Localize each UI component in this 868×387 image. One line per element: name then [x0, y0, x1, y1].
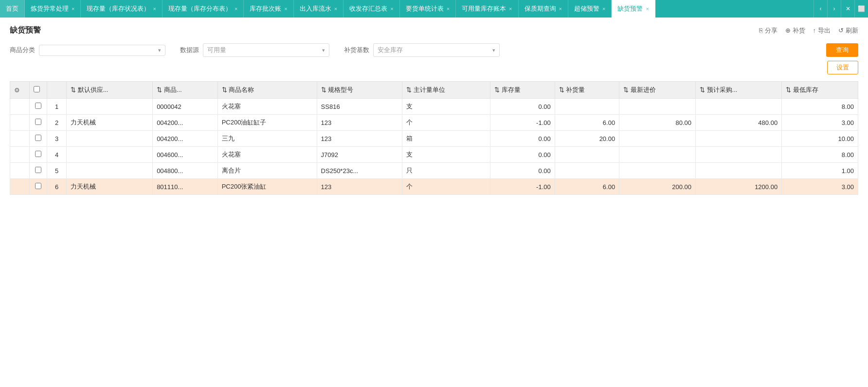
tab-receipt-summary[interactable]: 收发存汇总表 ×	[344, 0, 399, 18]
row-product-name-5: PC200张紧油缸	[217, 179, 317, 195]
row-checkbox-cell-0[interactable]	[30, 99, 47, 115]
table-row: 3 004200... 三九 123 箱 0.00 20.00 10.00	[10, 131, 858, 147]
tab-next-btn[interactable]: ›	[827, 0, 841, 18]
row-supplier-3	[67, 147, 153, 163]
page-title: 缺货预警	[10, 25, 41, 35]
tab-close-batch-account[interactable]: ×	[284, 6, 287, 12]
table-row: 2 力天机械 004200... PC200油缸缸子 123 个 -1.00 6…	[10, 115, 858, 131]
tab-home[interactable]: 首页	[0, 0, 25, 18]
export-icon: ↑	[813, 27, 816, 34]
share-action[interactable]: ⎘ 分享	[759, 26, 778, 35]
tab-expiry-query[interactable]: 保质期查询 ×	[519, 0, 568, 18]
th-unit[interactable]: ⇅ 主计量单位	[402, 82, 490, 99]
tab-abnormal[interactable]: 炼货异常处理 ×	[25, 0, 81, 18]
tab-close-overstock[interactable]: ×	[602, 6, 605, 12]
th-replenish-qty[interactable]: ⇅ 补货量	[555, 82, 619, 99]
row-est-purchase-0	[695, 99, 781, 115]
tab-close-btn[interactable]: ✕	[841, 0, 854, 18]
tab-maximize-btn[interactable]: ⬜	[854, 0, 868, 18]
row-replenish-qty-4	[555, 163, 619, 179]
th-est-purchase[interactable]: ⇅ 预计采购...	[695, 82, 781, 99]
tab-batch-account[interactable]: 库存批次账 ×	[244, 0, 293, 18]
data-source-select[interactable]: 可用量 ▾	[203, 43, 329, 57]
row-product-code-2: 004200...	[153, 131, 218, 147]
tab-inout-flow[interactable]: 出入库流水 ×	[294, 0, 344, 18]
replenish-base-value: 安全库存	[378, 46, 403, 54]
row-settings-3	[10, 147, 30, 163]
refresh-action[interactable]: ↺ 刷新	[838, 26, 858, 35]
settings-gear-icon[interactable]: ⚙	[14, 87, 20, 94]
tab-close-receipt-summary[interactable]: ×	[390, 6, 393, 12]
th-min-stock[interactable]: ⇅ 最低库存	[782, 82, 858, 99]
row-unit-1: 个	[402, 115, 490, 131]
tab-stock-dist[interactable]: 现存量（库存分布表） ×	[163, 0, 244, 18]
category-select[interactable]: ▾	[39, 45, 165, 56]
th-checkbox[interactable]	[30, 82, 47, 99]
row-stock-qty-4: 0.00	[490, 163, 555, 179]
row-est-purchase-2	[695, 131, 781, 147]
row-min-stock-0: 8.00	[782, 99, 858, 115]
tab-stock-status[interactable]: 现存量（库存状况表） ×	[81, 0, 162, 18]
table-body: 1 0000042 火花塞 SS816 支 0.00 8.00 2 力天机械 0…	[10, 99, 858, 195]
tab-shortage[interactable]: 缺货预警 ×	[612, 0, 655, 18]
row-checkbox-cell-1[interactable]	[30, 115, 47, 131]
th-product-code[interactable]: ⇅ 商品...	[153, 82, 218, 99]
tab-close-avail-ledger[interactable]: ×	[509, 6, 512, 12]
row-product-name-1: PC200油缸缸子	[217, 115, 317, 131]
row-checkbox-5[interactable]	[35, 183, 41, 189]
row-checkbox-cell-5[interactable]	[30, 179, 47, 195]
tab-close-expiry-query[interactable]: ×	[559, 6, 562, 12]
table-row: 4 004600... 火花塞 J7092 支 0.00 8.00	[10, 147, 858, 163]
replenish-base-label: 补货基数	[344, 46, 369, 54]
row-replenish-qty-5: 6.00	[555, 179, 619, 195]
row-min-stock-1: 3.00	[782, 115, 858, 131]
row-checkbox-cell-3[interactable]	[30, 147, 47, 163]
th-settings[interactable]: ⚙	[10, 82, 30, 99]
row-checkbox-cell-2[interactable]	[30, 131, 47, 147]
select-all-checkbox[interactable]	[34, 86, 40, 92]
row-checkbox-3[interactable]	[35, 151, 41, 157]
th-stock-qty[interactable]: ⇅ 库存量	[490, 82, 555, 99]
row-est-purchase-4	[695, 163, 781, 179]
table-header-row: ⚙ ⇅ 默认供应... ⇅ 商品... ⇅ 商品名称	[10, 82, 858, 99]
tab-close-abnormal[interactable]: ×	[72, 6, 74, 12]
row-min-stock-5: 3.00	[782, 179, 858, 195]
export-action[interactable]: ↑ 导出	[813, 26, 831, 35]
tab-overstock[interactable]: 超储预警 ×	[568, 0, 612, 18]
row-est-purchase-3	[695, 147, 781, 163]
row-index-5: 6	[47, 179, 67, 195]
replenish-base-select[interactable]: 安全库存 ▾	[373, 43, 500, 57]
row-checkbox-2[interactable]	[35, 135, 41, 141]
row-checkbox-0[interactable]	[35, 103, 41, 109]
row-spec-3: J7092	[317, 147, 402, 163]
th-spec[interactable]: ⇅ 规格型号	[317, 82, 402, 99]
category-label: 商品分类	[10, 46, 35, 54]
tab-prev-btn[interactable]: ‹	[814, 0, 827, 18]
tab-close-stock-dist[interactable]: ×	[235, 6, 237, 12]
th-supplier[interactable]: ⇅ 默认供应...	[67, 82, 153, 99]
row-unit-4: 只	[402, 163, 490, 179]
row-spec-0: SS816	[317, 99, 402, 115]
settings-button[interactable]: 设置	[827, 61, 858, 74]
tab-close-stock-status[interactable]: ×	[153, 6, 156, 12]
row-checkbox-1[interactable]	[35, 119, 41, 125]
tab-demand-stats[interactable]: 要货单统计表 ×	[400, 0, 456, 18]
row-est-purchase-1: 480.00	[695, 115, 781, 131]
th-minstock-sort-icon: ⇅	[786, 86, 791, 93]
row-settings-1	[10, 115, 30, 131]
tab-close-shortage[interactable]: ×	[646, 6, 649, 12]
query-button[interactable]: 查询	[826, 43, 858, 57]
row-latest-price-1: 80.00	[619, 115, 696, 131]
row-product-code-0: 0000042	[153, 99, 218, 115]
tab-avail-ledger[interactable]: 可用量库存账本 ×	[456, 0, 518, 18]
th-unit-sort-icon: ⇅	[406, 86, 412, 93]
tab-close-inout-flow[interactable]: ×	[334, 6, 337, 12]
tab-close-demand-stats[interactable]: ×	[447, 6, 450, 12]
th-product-name[interactable]: ⇅ 商品名称	[217, 82, 317, 99]
row-checkbox-cell-4[interactable]	[30, 163, 47, 179]
replenish-action[interactable]: ⊕ 补货	[785, 26, 805, 35]
th-latest-price[interactable]: ⇅ 最新进价	[619, 82, 696, 99]
row-stock-qty-0: 0.00	[490, 99, 555, 115]
category-chevron-icon: ▾	[158, 47, 161, 53]
row-checkbox-4[interactable]	[35, 167, 41, 173]
